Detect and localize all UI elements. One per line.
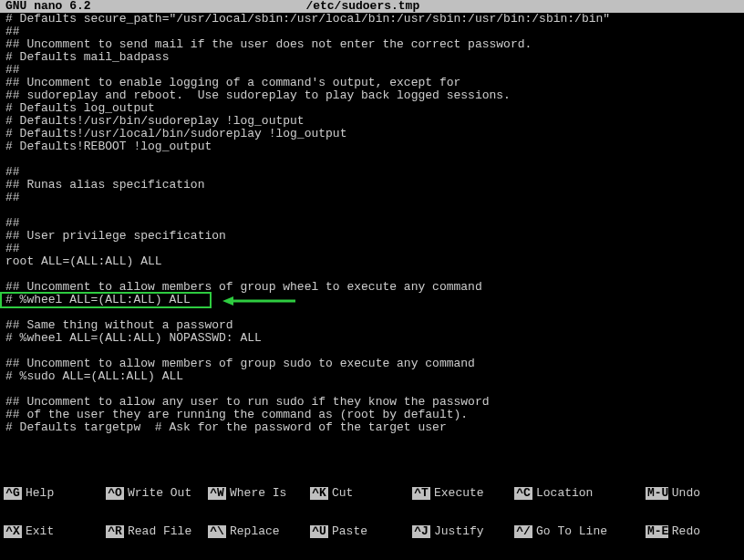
highlighted-line: # %wheel ALL=(ALL:ALL) ALL [5,294,739,306]
help-label: Paste [332,525,367,538]
help-bar: ^GHelp^OWrite Out^WWhere Is^KCut^TExecut… [4,461,740,551]
help-label: Go To Line [536,525,607,538]
help-item[interactable]: ^WWhere Is [208,487,310,500]
help-item[interactable]: ^OWrite Out [106,487,208,500]
file-line: ## [5,243,739,255]
help-item[interactable]: ^XExit [4,525,106,538]
file-line: ## [5,217,739,230]
help-item[interactable]: ^UPaste [310,525,412,538]
help-item[interactable]: M-ERedo [646,525,700,538]
title-right [635,0,744,13]
help-key: ^G [4,487,22,500]
help-label: Write Out [128,487,191,500]
help-label: Exit [26,525,54,538]
file-line [5,204,739,217]
help-label: Replace [230,525,280,538]
help-item[interactable]: ^/Go To Line [514,525,646,538]
help-label: Location [536,487,593,500]
file-line: # Defaults mail_badpass [5,51,739,64]
help-label: Read File [128,525,191,538]
help-row-1: ^GHelp^OWrite Out^WWhere Is^KCut^TExecut… [4,487,740,500]
file-line [5,383,739,396]
file-line: # Defaults targetpw # Ask for the passwo… [5,421,739,434]
file-line: # Defaults!/usr/local/bin/sudoreplay !lo… [5,128,739,140]
help-key: ^O [106,487,124,500]
help-label: Redo [672,525,700,538]
help-key: ^W [208,487,226,500]
help-label: Justify [434,525,484,538]
file-line: ## [5,166,739,179]
help-label: Execute [434,487,484,500]
file-line: # %wheel ALL=(ALL:ALL) ALL [5,293,191,306]
file-line: ## Uncomment to enable logging of a comm… [5,77,739,89]
help-item[interactable]: ^JJustify [412,525,514,538]
help-label: Where Is [230,487,286,500]
help-label: Cut [332,487,353,500]
help-key: ^X [4,525,22,538]
help-key: ^U [310,525,328,538]
help-key: M-U [646,487,668,500]
help-item[interactable]: M-UUndo [646,487,700,500]
file-line: ## sudoreplay and reboot. Use sudoreplay… [5,89,739,102]
file-line: # Defaults!REBOOT !log_output [5,140,739,153]
help-row-2: ^XExit^RRead File^\Replace^UPaste^JJusti… [4,525,740,538]
file-line: ## Same thing without a password [5,319,739,332]
help-item[interactable]: ^KCut [310,487,412,500]
file-line [5,306,739,319]
file-line: ## Uncomment to send mail if the user do… [5,38,739,51]
editor-area[interactable]: # Defaults secure_path="/usr/local/sbin:… [0,13,744,520]
file-line: ## Uncomment to allow any user to run su… [5,396,739,409]
file-line: root ALL=(ALL:ALL) ALL [5,255,739,268]
arrow-icon [222,296,295,306]
file-line: ## User privilege specification [5,230,739,243]
help-item[interactable]: ^RRead File [106,525,208,538]
help-key: ^J [412,525,430,538]
help-item[interactable]: ^\Replace [208,525,310,538]
help-key: ^\ [208,525,226,538]
file-line: # Defaults secure_path="/usr/local/sbin:… [5,13,739,26]
help-item[interactable]: ^TExecute [412,487,514,500]
app-name: GNU nano 6.2 [0,0,91,13]
file-line: # Defaults!/usr/bin/sudoreplay !log_outp… [5,115,739,128]
help-key: ^K [310,487,328,500]
file-line: ## [5,192,739,204]
help-key: ^C [514,487,532,500]
file-line [5,153,739,166]
file-line: # Defaults log_output [5,102,739,115]
svg-marker-1 [222,296,233,306]
file-line [5,268,739,281]
help-key: ^T [412,487,430,500]
help-item[interactable]: ^CLocation [514,487,646,500]
file-line: ## [5,64,739,77]
help-label: Undo [672,487,700,500]
file-line: ## of the user they are running the comm… [5,409,739,421]
help-key: ^/ [514,525,532,538]
file-line: # %wheel ALL=(ALL:ALL) NOPASSWD: ALL [5,332,739,345]
help-item[interactable]: ^GHelp [4,487,106,500]
help-key: ^R [106,525,124,538]
help-key: M-E [646,525,668,538]
title-bar: GNU nano 6.2 /etc/sudoers.tmp [0,0,744,13]
file-line [5,345,739,358]
help-label: Help [26,487,54,500]
file-name: /etc/sudoers.tmp [91,0,635,13]
file-line: ## Uncomment to allow members of group w… [5,281,739,294]
file-line: # %sudo ALL=(ALL:ALL) ALL [5,370,739,383]
file-line: ## Uncomment to allow members of group s… [5,358,739,370]
file-line: ## [5,26,739,38]
file-line: ## Runas alias specification [5,179,739,192]
